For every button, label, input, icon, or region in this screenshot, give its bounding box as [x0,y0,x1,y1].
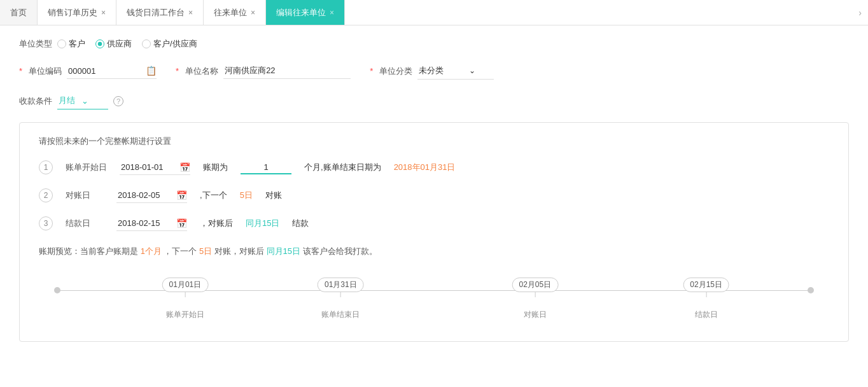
unit-category-value: 未分类 [419,65,444,76]
unit-info-row: * 单位编码 📋 * 单位名称 * 单位分类 未分类 ⌄ [19,62,849,80]
summary-highlight2: 5日 [199,246,212,256]
timeline-node-2: 01月31日 [318,278,364,297]
radio-customer-circle [57,39,66,48]
radio-supplier-circle [95,39,104,48]
step-row-2: 2 对账日 📅 ,下一个 5日 对账 [39,188,829,203]
tab-sales-order-history[interactable]: 销售订单历史 × [38,0,116,25]
tab-edit-partner-label: 编辑往来单位 [276,7,326,18]
timeline-right-dot [808,287,814,293]
collection-condition-chevron-icon: ⌄ [81,96,88,106]
step1-period-suffix: 个月,账单结束日期为 [304,162,381,173]
step-label-2: 对账日 [66,190,104,201]
settings-card: 请按照未来的一个完整帐期进行设置 1 账单开始日 📅 账期为 个月,账单结束日期… [19,122,849,342]
step2-suffix-end: 对账 [265,190,282,201]
radio-customer-supplier-circle [142,39,151,48]
main-content: 单位类型 客户 供应商 客户/供应商 * 单位编码 [0,25,868,387]
radio-customer-supplier[interactable]: 客户/供应商 [142,38,197,50]
timeline-node-1-tick [185,292,185,297]
step3-calendar-icon[interactable]: 📅 [176,218,187,229]
tab-home[interactable]: 首页 [0,0,38,25]
timeline-label-4: 结款日 [695,309,718,320]
step-num-1: 1 [39,160,53,174]
tab-partner-label: 往来单位 [214,7,247,18]
step1-date-wrapper: 📅 [120,160,190,175]
unit-category-field: * 单位分类 未分类 ⌄ [370,62,494,80]
step2-date-input[interactable] [116,188,174,202]
step2-date-wrapper: 📅 [116,188,187,203]
tab-sales-close-icon[interactable]: × [101,8,106,17]
step-label-1: 账单开始日 [66,162,107,173]
step2-suffix-main: ,下一个 [200,190,227,201]
collection-condition-value: 月结 [59,95,75,106]
timeline-label-3: 对账日 [524,309,547,320]
timeline-section: 01月01日 01月31日 02月05日 02月15日 [39,278,829,322]
radio-customer[interactable]: 客户 [57,38,85,50]
help-icon[interactable]: ? [113,96,123,106]
step3-suffix-main: ，对账后 [200,218,233,229]
unit-category-chevron-icon: ⌄ [469,66,475,75]
step1-calendar-icon[interactable]: 📅 [179,162,190,172]
timeline-node-1-bubble: 01月01日 [162,278,209,292]
step3-highlight: 同月15日 [246,218,279,229]
tab-partner-close-icon[interactable]: × [251,8,255,17]
timeline-labels: 账单开始日 账单结束日 对账日 结款日 [45,309,823,322]
unit-type-row: 单位类型 客户 供应商 客户/供应商 [19,38,849,50]
timeline-label-2: 账单结束日 [321,309,360,320]
tab-cash-label: 钱货日清工作台 [127,7,185,18]
tab-bar: 首页 销售订单历史 × 钱货日清工作台 × 往来单位 × 编辑往来单位 × › [0,0,868,25]
unit-code-input-wrapper: 📋 [67,64,157,79]
collection-condition-label: 收款条件 [19,95,52,107]
step-row-1: 1 账单开始日 📅 账期为 个月,账单结束日期为 2018年01月31日 [39,160,829,175]
step1-period-input[interactable] [241,161,291,174]
summary-mid1: ，下一个 [164,246,197,256]
step1-period-prefix: 账期为 [203,162,228,173]
unit-code-input[interactable] [67,64,143,78]
timeline-node-2-tick [340,292,341,297]
summary-suffix: 该客户会给我打款。 [303,246,377,256]
unit-type-field: 单位类型 客户 供应商 客户/供应商 [19,38,197,50]
step1-end-date-highlight: 2018年01月31日 [394,162,456,173]
step3-date-wrapper: 📅 [116,216,187,231]
unit-name-label: 单位名称 [185,66,218,77]
unit-category-label: 单位分类 [379,66,412,77]
summary-mid2: 对账，对账后 [214,246,264,256]
tab-arrow-icon[interactable]: › [852,0,868,25]
collection-condition-row: 收款条件 月结 ⌄ ? [19,92,849,109]
radio-customer-label: 客户 [69,38,85,50]
step2-calendar-icon[interactable]: 📅 [176,190,187,201]
unit-category-select[interactable]: 未分类 ⌄ [417,62,494,80]
collection-condition-select[interactable]: 月结 ⌄ [57,92,108,109]
timeline-node-4-tick [706,292,706,297]
summary-highlight3: 同月15日 [267,246,300,256]
radio-customer-supplier-label: 客户/供应商 [153,38,197,50]
tab-cash-reconciliation[interactable]: 钱货日清工作台 × [116,0,204,25]
tab-home-label: 首页 [10,7,27,18]
step-row-3: 3 结款日 📅 ，对账后 同月15日 结款 [39,216,829,231]
summary-prefix: 账期预览：当前客户账期是 [39,246,138,256]
unit-type-label: 单位类型 [19,38,52,50]
step3-suffix-end: 结款 [292,218,309,229]
timeline-node-3-bubble: 02月05日 [512,278,559,292]
card-instruction: 请按照未来的一个完整帐期进行设置 [39,136,829,147]
tab-partner-units[interactable]: 往来单位 × [204,0,266,25]
unit-category-required: * [370,66,373,76]
step-num-2: 2 [39,188,53,202]
tab-edit-partner-units[interactable]: 编辑往来单位 × [266,0,345,25]
tab-cash-close-icon[interactable]: × [188,8,193,17]
step2-highlight: 5日 [240,190,253,201]
step-label-3: 结款日 [66,218,104,229]
tab-edit-partner-close-icon[interactable]: × [330,8,334,17]
radio-supplier[interactable]: 供应商 [95,38,132,50]
timeline-left-dot [54,287,60,293]
step1-date-input[interactable] [120,160,177,174]
unit-code-required: * [19,66,22,76]
copy-icon[interactable]: 📋 [146,66,157,76]
timeline-node-3-tick [535,292,535,297]
timeline-node-2-bubble: 01月31日 [318,278,364,292]
unit-code-label: 单位编码 [29,66,62,77]
unit-name-input[interactable] [223,64,351,79]
step3-date-input[interactable] [116,216,174,230]
tab-sales-label: 销售订单历史 [48,7,97,18]
timeline-node-3: 02月05日 [512,278,559,297]
timeline-node-4-bubble: 02月15日 [683,278,729,292]
